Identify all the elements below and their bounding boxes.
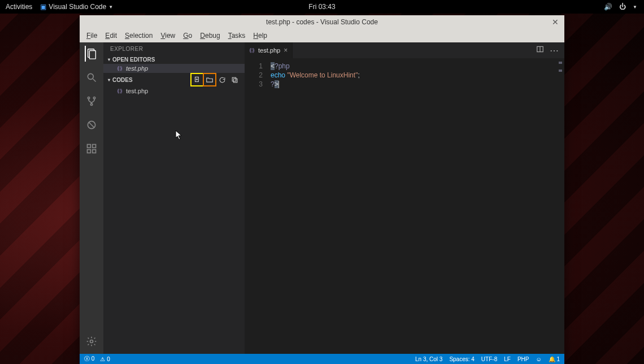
menu-tasks[interactable]: Tasks [225, 31, 249, 41]
collapse-all-button[interactable] [229, 74, 240, 85]
language-mode[interactable]: PHP [517, 356, 529, 362]
editor-tab[interactable]: ⟪⟫ test.php × [245, 42, 293, 58]
menu-file[interactable]: File [83, 31, 101, 41]
menu-view[interactable]: View [157, 31, 179, 41]
cursor-position[interactable]: Ln 3, Col 3 [415, 356, 442, 362]
open-editors-label: OPEN EDITORS [112, 57, 155, 63]
open-editors-section: ▾ OPEN EDITORS ⟪⟫ test.php [103, 55, 245, 73]
explorer-icon[interactable] [85, 47, 98, 60]
activity-bar [80, 42, 103, 354]
new-file-button[interactable] [192, 74, 203, 85]
menu-go[interactable]: Go [180, 31, 195, 41]
vscode-window: test.php - codes - Visual Studio Code ✕ … [80, 15, 564, 364]
chevron-down-icon: ▼ [633, 5, 637, 10]
svg-rect-17 [232, 77, 236, 81]
svg-point-6 [90, 103, 92, 105]
settings-gear-icon[interactable] [85, 335, 98, 348]
more-actions-icon[interactable]: ⋯ [550, 45, 559, 56]
text-cursor [279, 81, 279, 88]
svg-rect-18 [233, 79, 237, 83]
svg-point-5 [93, 97, 95, 99]
svg-rect-1 [89, 51, 95, 59]
svg-rect-11 [88, 150, 91, 153]
menu-debug[interactable]: Debug [197, 31, 223, 41]
menubar: File Edit Selection View Go Debug Tasks … [80, 29, 564, 42]
eol[interactable]: LF [504, 356, 511, 362]
search-icon[interactable] [85, 71, 98, 84]
svg-point-13 [90, 340, 93, 343]
menu-edit[interactable]: Edit [102, 31, 120, 41]
file-name: test.php [126, 65, 148, 72]
code-content[interactable]: <?php echo "Welcome to LinuxHint"; ?> [267, 58, 564, 354]
indentation[interactable]: Spaces: 4 [449, 356, 474, 362]
refresh-button[interactable] [216, 74, 228, 85]
errors-indicator[interactable]: ⓧ 0 [84, 355, 94, 363]
debug-icon[interactable] [85, 118, 98, 132]
file-name: test.php [126, 88, 148, 94]
svg-point-4 [88, 97, 89, 99]
code-editor[interactable]: 1 2 3 <?php echo "Welcome to LinuxHint";… [245, 58, 564, 354]
editor-tabs: ⟪⟫ test.php × ⋯ [245, 42, 564, 58]
open-editors-header[interactable]: ▾ OPEN EDITORS [103, 55, 245, 64]
sidebar-title: EXPLORER [103, 42, 245, 55]
folder-section: ▾ CODES [103, 73, 245, 96]
menu-selection[interactable]: Selection [121, 31, 156, 41]
chevron-down-icon: ▾ [108, 77, 110, 83]
tab-label: test.php [258, 47, 280, 54]
window-close-button[interactable]: ✕ [552, 18, 559, 27]
folder-file[interactable]: ⟪⟫ test.php [103, 86, 245, 96]
svg-rect-10 [93, 145, 96, 148]
vscode-app-icon: ▣ [40, 3, 46, 11]
activities-button[interactable]: Activities [6, 3, 32, 11]
svg-point-2 [88, 73, 93, 79]
php-file-icon: ⟪⟫ [117, 66, 123, 71]
chevron-down-icon: ▾ [108, 57, 110, 62]
folder-label: CODES [112, 77, 133, 83]
gnome-top-bar: Activities ▣ Visual Studio Code ▼ Fri 03… [0, 0, 644, 14]
svg-line-8 [89, 122, 94, 128]
folder-header[interactable]: ▾ CODES [103, 73, 245, 86]
chevron-down-icon: ▼ [108, 5, 113, 10]
menu-help[interactable]: Help [250, 31, 271, 41]
notifications-icon[interactable]: 🔔 1 [549, 356, 560, 362]
active-app-menu[interactable]: ▣ Visual Studio Code ▼ [40, 3, 113, 11]
feedback-icon[interactable]: ☺ [536, 356, 541, 362]
window-title: test.php - codes - Visual Studio Code [266, 18, 378, 26]
editor-area: ⟪⟫ test.php × ⋯ 1 2 3 <?php [245, 42, 564, 354]
extensions-icon[interactable] [85, 142, 98, 155]
new-folder-button[interactable] [204, 74, 215, 85]
open-editor-file[interactable]: ⟪⟫ test.php [103, 64, 245, 73]
active-app-label: Visual Studio Code [49, 3, 106, 11]
warnings-indicator[interactable]: ⚠ 0 [100, 356, 110, 362]
php-file-icon: ⟪⟫ [117, 88, 123, 94]
encoding[interactable]: UTF-8 [481, 356, 497, 362]
error-icon: ⓧ [84, 355, 90, 363]
php-file-icon: ⟪⟫ [249, 47, 255, 53]
volume-icon[interactable]: 🔊 [604, 3, 612, 11]
window-titlebar[interactable]: test.php - codes - Visual Studio Code ✕ [80, 15, 564, 29]
svg-rect-9 [88, 145, 91, 148]
source-control-icon[interactable] [85, 94, 98, 108]
status-bar: ⓧ 0 ⚠ 0 Ln 3, Col 3 Spaces: 4 UTF-8 LF P… [80, 354, 564, 364]
power-icon[interactable]: ⏻ [619, 3, 626, 11]
warning-icon: ⚠ [100, 356, 105, 362]
close-tab-button[interactable]: × [284, 46, 288, 54]
minimap[interactable] [559, 62, 562, 77]
svg-rect-12 [93, 150, 96, 153]
line-gutter: 1 2 3 [245, 58, 267, 354]
split-editor-icon[interactable] [536, 45, 544, 56]
clock[interactable]: Fri 03:43 [308, 3, 335, 11]
svg-line-3 [93, 79, 96, 82]
explorer-sidebar: EXPLORER ▾ OPEN EDITORS ⟪⟫ test.php ▾ CO… [103, 42, 245, 354]
